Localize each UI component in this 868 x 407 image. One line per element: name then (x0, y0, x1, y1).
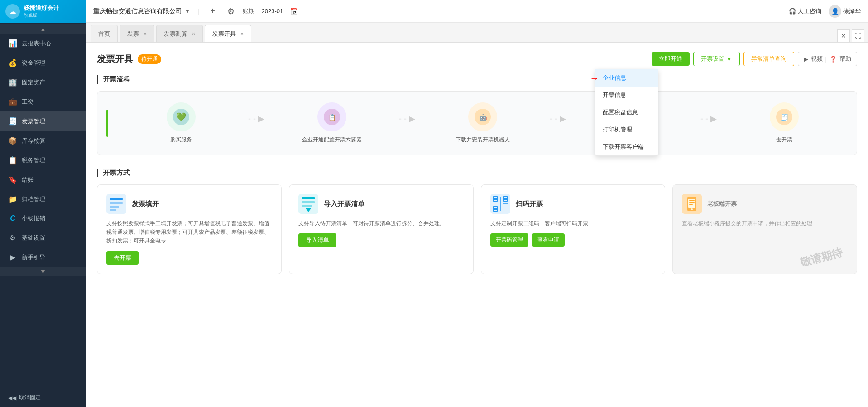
sidebar-item-xiaochang[interactable]: C 小畅报销 (0, 209, 86, 228)
svg-text:💚: 💚 (176, 112, 187, 122)
method-scan-header: 扫码开票 (490, 194, 656, 214)
logo-text: 畅捷通好会计 旗舰版 (24, 4, 59, 19)
sidebar-item-jiezhang[interactable]: 🔖 结账 (0, 170, 86, 189)
svg-rect-14 (110, 209, 116, 211)
process-icon-5: 🧾 (770, 102, 799, 131)
svg-rect-16 (302, 197, 315, 199)
svg-rect-26 (494, 208, 497, 210)
company-name: 重庆畅捷交通信息咨询有限公司 (93, 7, 182, 15)
process-step-3: 🤖 下载并安装开票机器人 (419, 102, 546, 144)
process-arrow-3: - - ▶ (550, 114, 566, 133)
dropdown-arrow-icon: ▼ (185, 8, 190, 15)
tab-home-label: 首页 (98, 30, 110, 38)
dropdown-item-download-client[interactable]: 下载开票客户端 (595, 138, 658, 155)
dropdown-company-info-label: 企业信息 (603, 74, 626, 81)
method-boss-watermark: 敬请期待 (798, 245, 844, 270)
add-button[interactable]: + (206, 5, 219, 18)
sidebar-label-gudingzichan: 固定资产 (22, 78, 45, 87)
sidebar-collapse-label: 取消固定 (19, 394, 41, 402)
process-label-2: 企业开通配置开票六要素 (302, 136, 362, 144)
dropdown-item-tax-config[interactable]: 配置税盘信息 (595, 104, 658, 121)
question-icon: ❓ (830, 56, 837, 63)
video-label: 视频 (811, 55, 823, 63)
method-fill-desc: 支持按照发票样式手工填开发票；可开具增值税电子普通发票、增值税普通发票、增值税专… (106, 219, 272, 246)
process-section-title: 开票流程 (97, 75, 857, 84)
sidebar-item-kucun[interactable]: 📦 库存核算 (0, 131, 86, 150)
dropdown-item-printer[interactable]: 打印机管理 (595, 121, 658, 138)
support-button[interactable]: 🎧 人工咨询 (789, 7, 821, 15)
sidebar-scroll-down[interactable]: ▼ (0, 267, 86, 276)
dropdown-item-company-info[interactable]: 企业信息 (595, 69, 658, 87)
method-scan-view-button[interactable]: 查看申请 (532, 233, 565, 247)
tab-fullscreen-btn[interactable]: ⛶ (852, 29, 864, 42)
settings-icon[interactable]: ⚙ (225, 5, 237, 18)
method-fill-button[interactable]: 去开票 (106, 251, 139, 265)
sidebar-label-yunbao: 云报表中心 (22, 39, 51, 48)
method-section: 开票方式 (97, 169, 857, 274)
sidebar-scroll-up[interactable]: ▲ (0, 24, 86, 34)
user-area[interactable]: 👤 徐泽华 (829, 5, 861, 18)
sidebar-label-guidang: 归档管理 (22, 195, 45, 204)
tab-fapiaokaiju[interactable]: 发票开具 × (205, 25, 251, 42)
tab-fapiaocesuan[interactable]: 发票测算 × (156, 25, 203, 42)
tab-home[interactable]: 首页 (91, 25, 118, 42)
logo-area: ☁ 畅捷通好会计 旗舰版 (0, 0, 86, 23)
sidebar-item-zijin[interactable]: 💰 资金管理 (0, 53, 86, 73)
sidebar-label-shuiwu: 税务管理 (22, 156, 45, 165)
method-import-header: 导入开票清单 (298, 194, 464, 214)
settings-button[interactable]: 开票设置 ▼ (693, 52, 740, 66)
method-card-boss: 老板端开票 查看老板端小程序提交的开票申请，并作出相应的处理 敬请期待 (672, 184, 857, 274)
sidebar-item-guidang[interactable]: 📁 归档管理 (0, 189, 86, 209)
sidebar-item-gudingzichan[interactable]: 🏢 固定资产 (0, 73, 86, 92)
activate-button[interactable]: 立即开通 (652, 52, 690, 66)
sidebar-label-kucun: 库存核算 (22, 137, 45, 145)
sidebar-item-gongzi[interactable]: 💼 工资 (0, 92, 86, 111)
sidebar-item-shuiwu[interactable]: 📋 税务管理 (0, 150, 86, 170)
calendar-icon[interactable]: 📅 (290, 8, 298, 15)
help-button[interactable]: ▶ 视频 | ❓ 帮助 (798, 52, 857, 66)
sidebar-item-fapiao[interactable]: 🧾 发票管理 (0, 111, 86, 131)
support-label: 人工咨询 (798, 7, 821, 15)
sidebar-collapse-button[interactable]: ◀◀ 取消固定 (0, 388, 86, 407)
method-section-title: 开票方式 (97, 169, 857, 177)
method-import-name: 导入开票清单 (324, 200, 364, 208)
settings-dropdown-menu: → 企业信息 开票信息 配置税盘信息 (595, 69, 658, 156)
sidebar-label-gongzi: 工资 (22, 98, 34, 106)
help-label: 帮助 (839, 55, 851, 63)
top-divider: | (197, 8, 199, 15)
method-import-button[interactable]: 导入清单 (298, 233, 336, 247)
tab-fapiao-close[interactable]: × (144, 31, 147, 37)
avatar: 👤 (829, 5, 841, 18)
process-section: 开票流程 💚 购买服务 - - ▶ 📋 (97, 75, 857, 155)
company-selector[interactable]: 重庆畅捷交通信息咨询有限公司 ▼ (93, 7, 190, 15)
svg-rect-11 (110, 198, 123, 200)
method-fill-name: 发票填开 (132, 200, 159, 208)
sidebar-label-fapiao: 发票管理 (22, 117, 45, 126)
settings-chevron-icon: ▼ (726, 56, 732, 63)
dropdown-item-invoice-info[interactable]: 开票信息 (595, 87, 658, 104)
method-import-icon (298, 194, 318, 214)
method-scan-desc: 支持定制开票二维码，客户端可扫码开票 (490, 219, 656, 228)
tab-close-btn[interactable]: ✕ (837, 29, 850, 42)
method-scan-qr-button[interactable]: 开票码管理 (490, 233, 528, 247)
svg-rect-12 (110, 202, 123, 204)
sidebar-label-jiezhang: 结账 (22, 176, 34, 184)
svg-text:🤖: 🤖 (479, 114, 487, 121)
jiezhang-icon: 🔖 (8, 175, 17, 184)
top-right: 🎧 人工咨询 👤 徐泽华 (789, 5, 861, 18)
process-border (106, 110, 108, 137)
sidebar-item-jichushezhi[interactable]: ⚙ 基础设置 (0, 228, 86, 247)
logo-icon: ☁ (5, 4, 20, 19)
sidebar-item-yunbao[interactable]: 📊 云报表中心 (0, 34, 86, 53)
tab-fapiao[interactable]: 发票 × (120, 25, 154, 42)
tab-fapiaocesuan-close[interactable]: × (192, 31, 195, 37)
abnormal-list-button[interactable]: 异常清单查询 (743, 52, 794, 66)
sidebar-item-xinshouyindao[interactable]: ▶ 新手引导 (0, 247, 86, 267)
svg-rect-13 (110, 206, 119, 208)
tab-fapiaokaiju-close[interactable]: × (240, 31, 244, 37)
method-card-import: 导入开票清单 支持导入待开票清单，可对待开票清单进行拆分、合并处理。 导入清单 (289, 184, 474, 274)
process-step-5: 🧾 去开票 (720, 102, 848, 144)
page-title: 发票开具 (97, 53, 133, 65)
username: 徐泽华 (843, 7, 861, 15)
process-label-3: 下载并安装开票机器人 (456, 136, 510, 144)
